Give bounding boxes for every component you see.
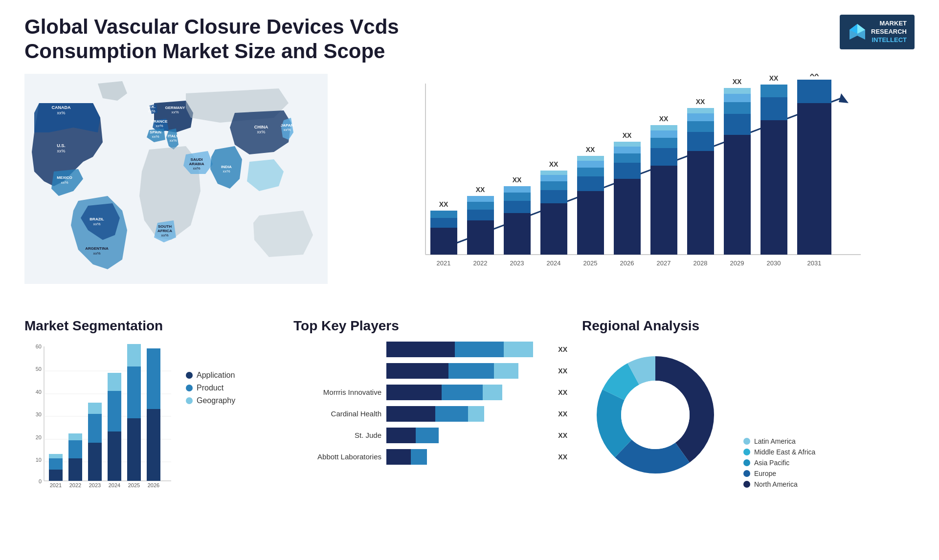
svg-text:2021: 2021 [50,482,62,488]
bottom-content: Market Segmentation 60 50 40 30 20 10 0 [0,308,939,560]
svg-text:XX: XX [623,131,632,139]
main-content: CANADA xx% U.S. xx% MEXICO xx% BRAZIL xx… [0,74,939,308]
legend-item-geography: Geography [186,396,235,405]
svg-text:xx%: xx% [193,166,200,171]
svg-rect-93 [724,114,751,135]
svg-text:XX: XX [733,78,742,86]
logo-area: MARKET RESEARCH INTELLECT [840,15,915,49]
latin-america-dot [743,438,750,445]
player-name: Cardinal Health [293,409,381,418]
svg-text:CHINA: CHINA [254,125,268,129]
legend-label-geography: Geography [197,396,235,405]
bar-segment-light [494,363,518,379]
bar-segment-mid [448,363,494,379]
player-value: XX [558,410,567,418]
svg-rect-140 [127,344,141,366]
svg-rect-126 [68,458,82,481]
player-row: Abbott Laboratories XX [293,449,567,465]
legend-label-asia-pacific: Asia Pacific [754,459,789,467]
key-players-section: Top Key Players XX XX [293,318,567,558]
svg-text:30: 30 [36,411,42,417]
svg-rect-92 [724,135,751,255]
svg-rect-123 [49,458,63,470]
svg-rect-135 [108,391,121,431]
svg-rect-101 [760,85,787,97]
geography-dot [186,397,193,404]
bar-chart-container: XX 2021 XX 2022 XX 2023 [352,74,915,284]
svg-text:AFRICA: AFRICA [157,229,172,233]
svg-rect-136 [108,373,121,391]
application-dot [186,372,193,379]
bar-chart-svg: XX 2021 XX 2022 XX 2023 [352,74,915,284]
mea-dot [743,449,750,455]
legend-label-product: Product [197,384,224,392]
logo-text: MARKET RESEARCH INTELLECT [871,20,907,44]
svg-rect-47 [467,202,494,210]
svg-text:GERMANY: GERMANY [165,106,186,110]
map-container: CANADA xx% U.S. xx% MEXICO xx% BRAZIL xx… [24,74,328,284]
regional-title: Regional Analysis [582,318,915,334]
svg-text:XX: XX [810,74,819,78]
header: Global Vascular Closure Devices Vcds Con… [0,0,939,74]
svg-text:2023: 2023 [510,259,524,267]
bar-segment-dark [386,342,455,357]
svg-text:XX: XX [513,176,522,184]
svg-text:xx%: xx% [61,180,68,185]
bar-segment-dark [386,385,442,400]
page-title: Global Vascular Closure Devices Vcds Con… [24,15,465,64]
svg-text:xx%: xx% [161,233,168,237]
svg-rect-80 [650,138,677,148]
svg-rect-88 [687,113,714,121]
svg-text:ARGENTINA: ARGENTINA [85,246,109,251]
svg-rect-96 [724,88,751,94]
player-bar-container [386,406,549,422]
player-row: Cardinal Health XX [293,406,567,422]
svg-text:xx%: xx% [148,109,155,113]
svg-text:2028: 2028 [693,259,708,267]
svg-rect-99 [760,120,787,255]
svg-rect-46 [467,210,494,220]
svg-rect-78 [650,166,677,255]
player-value: XX [558,388,567,396]
bar-segment-mid [442,385,482,400]
player-bar-container [386,342,549,357]
bar-segment-mid [416,428,439,443]
svg-rect-57 [540,203,567,255]
svg-text:2025: 2025 [583,259,598,267]
legend-item-north-america: North America [743,480,815,488]
regional-section: Regional Analysis [582,318,915,558]
bar-segment-light [468,406,484,422]
legend-label-europe: Europe [754,470,776,477]
player-value: XX [558,453,567,461]
svg-text:XX: XX [659,115,669,123]
svg-text:ARABIA: ARABIA [189,162,204,166]
svg-text:SPAIN: SPAIN [150,130,161,134]
svg-text:2022: 2022 [69,482,81,488]
bar-segment-light [483,385,502,400]
svg-text:xx%: xx% [156,124,163,128]
svg-text:50: 50 [36,366,42,372]
svg-text:60: 60 [36,344,42,349]
svg-rect-68 [577,156,604,161]
svg-rect-71 [614,179,641,255]
svg-text:xx%: xx% [93,251,100,256]
svg-rect-95 [724,94,751,102]
bar-segment-mid [411,449,427,465]
svg-rect-52 [504,201,531,213]
key-players-title: Top Key Players [293,318,567,334]
product-dot [186,385,193,391]
legend-item-asia-pacific: Asia Pacific [743,459,815,467]
svg-text:xx%: xx% [283,128,291,132]
players-chart: XX XX Morrris Innovative [293,342,567,465]
europe-dot [743,470,750,477]
svg-text:FRANCE: FRANCE [151,119,168,124]
svg-rect-130 [88,443,102,481]
svg-text:40: 40 [36,389,42,395]
segmentation-title: Market Segmentation [24,318,279,334]
svg-text:xx%: xx% [93,222,100,226]
svg-rect-40 [430,228,457,255]
legend-item-europe: Europe [743,470,815,477]
svg-text:XX: XX [439,200,448,208]
svg-rect-53 [504,193,531,201]
svg-rect-65 [577,176,604,191]
